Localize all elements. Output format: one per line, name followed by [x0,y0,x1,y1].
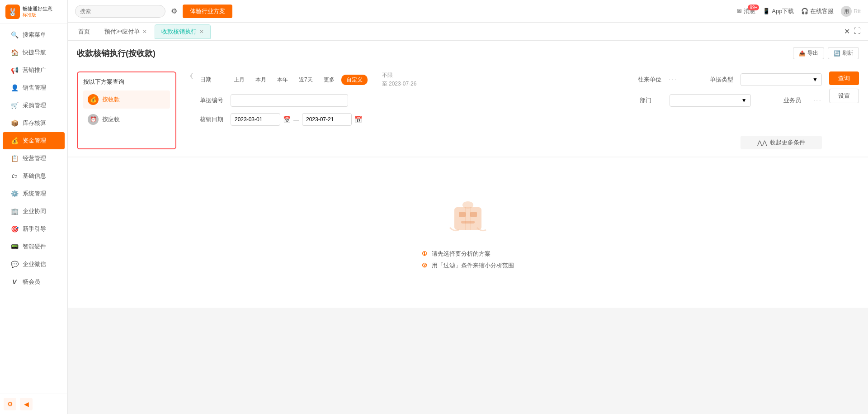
sidebar-item-quick[interactable]: 🏠 快捷导航 [3,44,65,61]
filter-scheme-title: 按以下方案查询 [83,78,170,86]
doc-type-label: 单据类型 [710,76,733,84]
tab-home[interactable]: 首页 [71,24,97,39]
gear-button[interactable]: ⚙ [171,7,177,15]
verify-date-end-input[interactable] [302,113,352,126]
industry-solution-btn[interactable]: 体验行业方案 [183,5,232,18]
date-filter-row: 日期 上月 本月 本年 近7天 更多 自定义 不限 至 [200,71,822,88]
service-icon: 🎧 [801,8,808,14]
sidebar-item-basic[interactable]: 🗂 基础信息 [3,167,65,185]
date-quick-btns: 上月 本月 本年 近7天 更多 自定义 [230,75,368,85]
hardware-icon: 📟 [10,243,19,250]
counterpart-dots[interactable]: ··· [669,76,677,84]
sidebar-item-finance[interactable]: 💰 资金管理 [3,132,65,149]
query-btn[interactable]: 查询 [829,71,859,85]
wechat-icon: 💬 [10,261,19,268]
settings-footer-icon[interactable]: ⚙ [4,398,16,410]
sidebar-item-search[interactable]: 🔍 搜索菜单 [3,26,65,43]
logo-area: 🐰 畅捷通好生意 标准版 [0,0,67,24]
verify-date-label: 核销日期 [200,115,223,124]
online-service-btn[interactable]: 🎧 在线客服 [801,7,834,15]
collapse-more-btn[interactable]: ⋀⋀ 收起更多条件 [741,136,822,149]
tab-home-label: 首页 [78,28,90,36]
dept-chevron: ▼ [741,97,747,104]
receivable-option-icon: ⏰ [88,114,99,125]
export-btn[interactable]: 📤 导出 [793,47,824,59]
sidebar-item-marketing[interactable]: 📢 营销推广 [3,62,65,79]
refresh-btn[interactable]: 🔄 刷新 [828,47,859,59]
sidebar-item-hardware[interactable]: 📟 智能硬件 [3,238,65,255]
docno-input[interactable] [231,94,348,107]
message-btn[interactable]: ✉ 消息 99+ [737,7,755,15]
collapse-panel-btn[interactable]: 《 [185,71,194,149]
doc-type-select[interactable]: ▼ [741,73,822,86]
export-icon: 📤 [799,50,806,57]
enterprise-icon: 🏢 [10,208,19,215]
inventory-icon: 📦 [10,119,19,127]
logo-name: 畅捷通好生意 [23,5,52,12]
collapse-sidebar-btn[interactable]: ◀ [20,398,33,410]
more-date-btn[interactable]: 更多 [320,75,339,85]
receipt-option-label: 按收款 [102,95,120,104]
sidebar-item-purchase[interactable]: 🛒 采购管理 [3,97,65,114]
this-month-btn[interactable]: 本月 [251,75,270,85]
sidebar-item-wechat[interactable]: 💬 企业微信 [3,256,65,273]
dept-label: 部门 [640,96,662,105]
staff-dots[interactable]: ··· [813,96,822,105]
date-label: 日期 [200,76,222,84]
business-icon: 📋 [10,155,19,162]
user-avatar: 用 [841,6,852,17]
custom-date-tag[interactable]: 自定义 [341,75,368,85]
sidebar-item-guide[interactable]: 🎯 新手引导 [3,220,65,238]
search-input[interactable] [75,5,165,18]
start-calendar-icon[interactable]: 📅 [283,116,291,123]
sidebar-item-member[interactable]: V 畅会员 [3,273,65,290]
close-collection-tab[interactable]: ✕ [199,29,204,35]
message-icon: ✉ [737,8,742,14]
receivable-option-label: 按应收 [102,115,120,124]
no-limit-label: 不限 [382,71,417,79]
app-download-btn[interactable]: 📱 App下载 [763,7,794,15]
tab-prepay-label: 预付冲应付单 [104,28,140,36]
svg-rect-3 [461,221,475,224]
sidebar-item-inventory[interactable]: 📦 库存核算 [3,114,65,132]
finance-icon: 💰 [10,137,19,144]
sidebar-item-sales[interactable]: 👤 销售管理 [3,79,65,96]
dept-select[interactable]: ▼ [670,94,751,107]
close-window-btn[interactable]: ✕ [844,27,850,36]
empty-tip1: ① 请先选择要分析的方案 [422,248,514,260]
end-calendar-icon[interactable]: 📅 [354,116,362,123]
verify-date-row: 核销日期 📅 — 📅 [200,113,822,126]
sidebar-item-system[interactable]: ⚙️ 系统管理 [3,185,65,202]
tab-prepay[interactable]: 预付冲应付单 ✕ [98,24,154,39]
last-month-btn[interactable]: 上月 [230,75,249,85]
sidebar-item-business[interactable]: 📋 经营管理 [3,150,65,167]
collapse-up-icon: ⋀⋀ [757,139,767,146]
tab-collection[interactable]: 收款核销执行 ✕ [155,24,211,39]
sidebar-label-finance: 资金管理 [23,137,46,145]
sidebar-label-marketing: 营销推广 [23,66,46,74]
last-7days-btn[interactable]: 近7天 [295,75,317,85]
tab-action-area: ✕ ⛶ [844,27,864,36]
svg-rect-0 [454,207,481,230]
logo-icon: 🐰 [5,5,20,19]
this-year-btn[interactable]: 本年 [273,75,292,85]
verify-date-start-input[interactable] [231,113,280,126]
sidebar-item-enterprise[interactable]: 🏢 企业协同 [3,203,65,220]
settings-btn[interactable]: 设置 [829,89,859,103]
sidebar-label-basic: 基础信息 [23,172,46,180]
system-icon: ⚙️ [10,190,19,197]
sidebar-label-enterprise: 企业协同 [23,207,46,215]
maximize-btn[interactable]: ⛶ [854,27,861,36]
logo-text-block: 畅捷通好生意 标准版 [23,5,52,18]
sales-icon: 👤 [10,84,19,91]
guide-icon: 🎯 [10,225,19,233]
sidebar-label-quick: 快捷导航 [23,48,46,57]
tabbar: 首页 预付冲应付单 ✕ 收款核销执行 ✕ ✕ ⛶ [68,23,868,41]
close-prepay-tab[interactable]: ✕ [142,29,147,35]
topbar: ⚙ 体验行业方案 ✉ 消息 99+ 📱 App下载 🎧 在线客服 用 Rit [68,0,868,23]
sidebar-label-purchase: 采购管理 [23,101,46,109]
sidebar-label-system: 系统管理 [23,190,46,198]
filter-option-receipt[interactable]: 💰 按收款 [83,90,170,109]
collapse-more-label: 收起更多条件 [770,138,805,147]
filter-option-receivable[interactable]: ⏰ 按应收 [83,110,170,128]
